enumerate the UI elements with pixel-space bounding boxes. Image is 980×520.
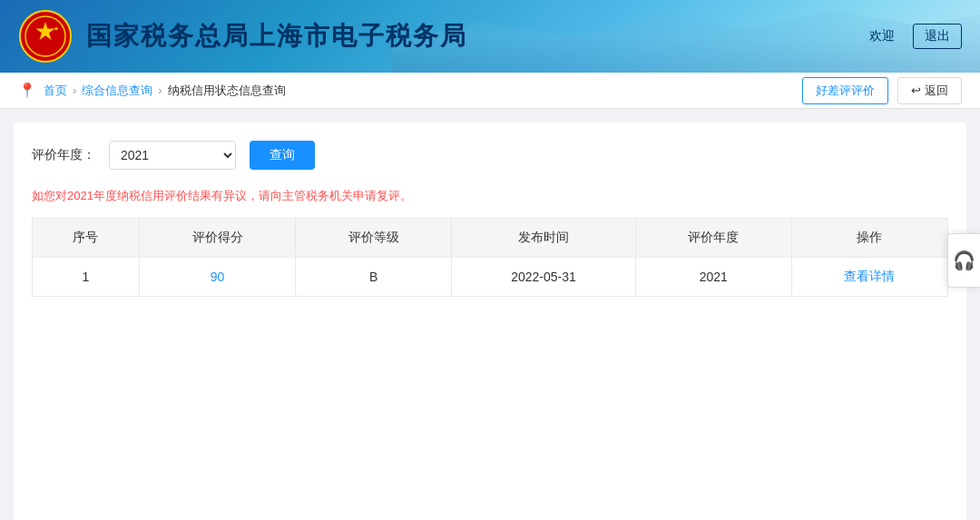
back-icon: ↩	[911, 83, 921, 97]
breadcrumb-home[interactable]: 首页	[44, 83, 67, 99]
cell-score: 90	[139, 258, 295, 297]
welcome-text: 欢迎	[869, 28, 895, 44]
filter-row: 评价年度： 2021 2020 2019 2018 查询	[32, 141, 948, 170]
back-label: 返回	[925, 83, 948, 99]
back-button[interactable]: ↩ 返回	[897, 77, 962, 104]
breadcrumb-sep-1: ›	[73, 83, 76, 97]
score-link[interactable]: 90	[211, 270, 225, 284]
headphone-icon: 🎧	[953, 250, 975, 271]
cell-action: 查看详情	[791, 258, 947, 297]
notice-text: 如您对2021年度纳税信用评价结果有异议，请向主管税务机关申请复评。	[32, 188, 948, 204]
col-header-date: 发布时间	[452, 219, 635, 258]
data-table: 序号 评价得分 评价等级 发布时间 评价年度 操作 1 90 B 2022-05…	[32, 218, 948, 297]
table-header-row: 序号 评价得分 评价等级 发布时间 评价年度 操作	[33, 219, 948, 258]
breadcrumb-overview[interactable]: 综合信息查询	[82, 83, 152, 99]
cell-grade: B	[296, 258, 452, 297]
col-header-index: 序号	[33, 219, 140, 258]
logout-button[interactable]: 退出	[913, 24, 962, 49]
col-header-score: 评价得分	[139, 219, 295, 258]
nav-right-buttons: 好差评评价 ↩ 返回	[802, 77, 962, 104]
col-header-year: 评价年度	[635, 219, 791, 258]
location-icon: 📍	[18, 82, 36, 99]
cell-index: 1	[33, 258, 140, 297]
header: 国家税务总局上海市电子税务局 欢迎 退出	[0, 0, 980, 73]
query-button[interactable]: 查询	[250, 141, 315, 170]
header-right: 欢迎 退出	[869, 24, 962, 49]
filter-label: 评价年度：	[32, 147, 95, 163]
cell-year: 2021	[635, 258, 791, 297]
navbar: 📍 首页 › 综合信息查询 › 纳税信用状态信息查询 好差评评价 ↩ 返回	[0, 73, 980, 109]
detail-link[interactable]: 查看详情	[844, 269, 895, 283]
main-content: 评价年度： 2021 2020 2019 2018 查询 如您对2021年度纳税…	[14, 123, 966, 520]
breadcrumb: 首页 › 综合信息查询 › 纳税信用状态信息查询	[44, 83, 286, 99]
logo-icon	[18, 9, 73, 64]
help-button[interactable]: 🎧	[947, 233, 980, 288]
col-header-action: 操作	[791, 219, 947, 258]
site-title: 国家税务总局上海市电子税务局	[86, 19, 467, 54]
year-select[interactable]: 2021 2020 2019 2018	[109, 141, 236, 170]
breadcrumb-current: 纳税信用状态信息查询	[168, 83, 286, 99]
col-header-grade: 评价等级	[296, 219, 452, 258]
table-row: 1 90 B 2022-05-31 2021 查看详情	[33, 258, 948, 297]
cell-date: 2022-05-31	[452, 258, 635, 297]
breadcrumb-sep-2: ›	[158, 83, 162, 97]
svg-point-0	[20, 11, 71, 62]
review-button[interactable]: 好差评评价	[802, 77, 888, 104]
